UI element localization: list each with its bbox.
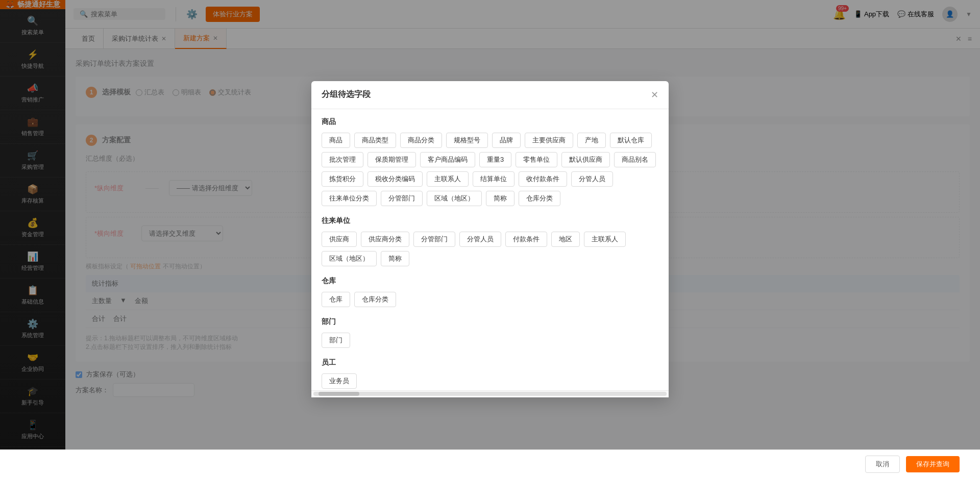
field-tag-仓库分类[interactable]: 仓库分类	[354, 292, 396, 307]
field-tags-warehouse: 仓库仓库分类	[322, 292, 658, 307]
field-section-title-warehouse: 仓库	[322, 276, 658, 286]
field-section-warehouse: 仓库仓库仓库分类	[322, 276, 658, 307]
field-tag-保质期管理[interactable]: 保质期管理	[368, 152, 416, 167]
field-section-partner: 往来单位供应商供应商分类分管部门分管人员付款条件地区主联系人区域（地区）简称	[322, 216, 658, 266]
field-tag-商品[interactable]: 商品	[322, 133, 350, 148]
field-tag-供应商分类[interactable]: 供应商分类	[361, 232, 409, 247]
field-tag-商品类型[interactable]: 商品类型	[354, 133, 396, 148]
field-tag-分管部门[interactable]: 分管部门	[381, 191, 423, 206]
field-tags-goods: 商品商品类型商品分类规格型号品牌主要供应商产地默认仓库批次管理保质期管理客户商品…	[322, 133, 658, 206]
field-tag-仓库分类[interactable]: 仓库分类	[519, 191, 560, 206]
field-tag-默认供应商[interactable]: 默认供应商	[561, 152, 610, 167]
modal-body[interactable]: 商品商品商品类型商品分类规格型号品牌主要供应商产地默认仓库批次管理保质期管理客户…	[311, 109, 669, 391]
field-tag-付款条件[interactable]: 付款条件	[505, 232, 547, 247]
save-query-button[interactable]: 保存并查询	[906, 456, 960, 472]
field-section-title-employee: 员工	[322, 358, 658, 367]
field-tag-往来单位分类[interactable]: 往来单位分类	[322, 191, 377, 206]
field-picker-modal: 分组待选字段 ✕ 商品商品商品类型商品分类规格型号品牌主要供应商产地默认仓库批次…	[311, 81, 669, 397]
field-section-title-department: 部门	[322, 317, 658, 326]
field-tag-分管部门[interactable]: 分管部门	[413, 232, 455, 247]
field-section-title-partner: 往来单位	[322, 216, 658, 225]
field-tag-重量3[interactable]: 重量3	[479, 152, 511, 167]
field-tag-产地[interactable]: 产地	[577, 133, 606, 148]
field-tag-商品别名[interactable]: 商品别名	[614, 152, 656, 167]
modal-horizontal-scrollbar[interactable]	[311, 390, 669, 397]
field-section-title-goods: 商品	[322, 117, 658, 127]
field-section-employee: 员工业务员	[322, 358, 658, 389]
field-tag-业务员[interactable]: 业务员	[322, 373, 357, 389]
field-tags-department: 部门	[322, 333, 658, 348]
field-tag-默认仓库[interactable]: 默认仓库	[610, 133, 652, 148]
hscroll-track	[313, 392, 667, 396]
field-tag-收付款条件[interactable]: 收付款条件	[519, 171, 567, 187]
field-tag-仓库[interactable]: 仓库	[322, 292, 350, 307]
field-tag-区域（地区）[interactable]: 区域（地区）	[427, 191, 482, 206]
field-section-goods: 商品商品商品类型商品分类规格型号品牌主要供应商产地默认仓库批次管理保质期管理客户…	[322, 117, 658, 206]
hscroll-thumb[interactable]	[318, 392, 359, 396]
field-tag-主要供应商[interactable]: 主要供应商	[525, 133, 573, 148]
field-tags-employee: 业务员	[322, 373, 658, 389]
field-tag-简称[interactable]: 简称	[486, 191, 514, 206]
field-tag-主联系人[interactable]: 主联系人	[427, 171, 469, 187]
field-tag-地区[interactable]: 地区	[551, 232, 580, 247]
field-tag-分管人员[interactable]: 分管人员	[459, 232, 501, 247]
field-tag-分管人员[interactable]: 分管人员	[571, 171, 613, 187]
field-tag-税收分类编码[interactable]: 税收分类编码	[368, 171, 423, 187]
field-tag-品牌[interactable]: 品牌	[492, 133, 521, 148]
field-tag-商品分类[interactable]: 商品分类	[400, 133, 442, 148]
cancel-button[interactable]: 取消	[865, 456, 900, 473]
field-tag-批次管理[interactable]: 批次管理	[322, 152, 363, 167]
field-tag-客户商品编码[interactable]: 客户商品编码	[420, 152, 475, 167]
field-tag-部门[interactable]: 部门	[322, 333, 350, 348]
field-tag-区域（地区）[interactable]: 区域（地区）	[322, 251, 377, 266]
field-tag-规格型号[interactable]: 规格型号	[446, 133, 488, 148]
field-tag-结算单位[interactable]: 结算单位	[473, 171, 514, 187]
field-section-department: 部门部门	[322, 317, 658, 348]
modal-header: 分组待选字段 ✕	[311, 81, 669, 109]
modal-close-button[interactable]: ✕	[651, 89, 658, 100]
field-tags-partner: 供应商供应商分类分管部门分管人员付款条件地区主联系人区域（地区）简称	[322, 232, 658, 266]
field-tag-简称[interactable]: 简称	[381, 251, 409, 266]
modal-title: 分组待选字段	[322, 89, 371, 100]
field-tag-供应商[interactable]: 供应商	[322, 232, 357, 247]
bottom-bar: 取消 保存并查询	[0, 449, 980, 478]
field-tag-主联系人[interactable]: 主联系人	[584, 232, 626, 247]
field-tag-零售单位[interactable]: 零售单位	[516, 152, 557, 167]
field-tag-拣货积分[interactable]: 拣货积分	[322, 171, 363, 187]
